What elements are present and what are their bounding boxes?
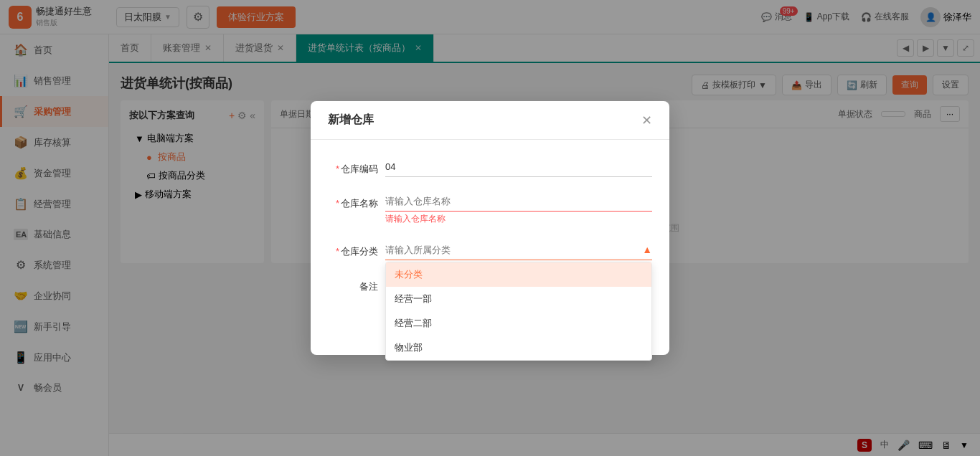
modal-body: 仓库编码 仓库名称 请输入仓库名称 仓库分类 ▲ xyxy=(311,140,669,295)
note-label: 备注 xyxy=(328,275,385,293)
name-error: 请输入仓库名称 xyxy=(385,213,652,225)
new-warehouse-modal: 新增仓库 ✕ 仓库编码 仓库名称 请输入仓库名称 仓库分类 xyxy=(311,101,669,355)
dropdown-item-dept3[interactable]: 物业部 xyxy=(386,336,651,360)
modal-header: 新增仓库 ✕ xyxy=(311,101,669,140)
code-control xyxy=(385,157,652,177)
category-arrow: ▲ xyxy=(642,244,652,255)
dropdown-item-uncategorized[interactable]: 未分类 xyxy=(386,262,651,287)
code-input[interactable] xyxy=(385,157,652,177)
modal-close-button[interactable]: ✕ xyxy=(641,114,652,127)
modal-title: 新增仓库 xyxy=(328,113,374,128)
category-dropdown: 未分类 经营一部 经营二部 物业部 xyxy=(385,262,652,361)
category-input[interactable] xyxy=(385,244,642,255)
category-control: ▲ 未分类 经营一部 经营二部 物业部 xyxy=(385,239,652,260)
code-label: 仓库编码 xyxy=(328,157,385,176)
form-row-category: 仓库分类 ▲ 未分类 经营一部 经营二部 物业部 xyxy=(328,239,652,260)
name-input[interactable] xyxy=(385,191,652,212)
form-row-code: 仓库编码 xyxy=(328,157,652,177)
dropdown-item-dept2[interactable]: 经营二部 xyxy=(386,311,651,336)
form-row-name: 仓库名称 请输入仓库名称 xyxy=(328,191,652,225)
category-select[interactable]: ▲ xyxy=(385,239,652,260)
dropdown-item-dept1[interactable]: 经营一部 xyxy=(386,287,651,311)
name-control: 请输入仓库名称 xyxy=(385,191,652,225)
category-label: 仓库分类 xyxy=(328,239,385,258)
name-label: 仓库名称 xyxy=(328,191,385,210)
modal-overlay: 新增仓库 ✕ 仓库编码 仓库名称 请输入仓库名称 仓库分类 xyxy=(0,0,980,456)
